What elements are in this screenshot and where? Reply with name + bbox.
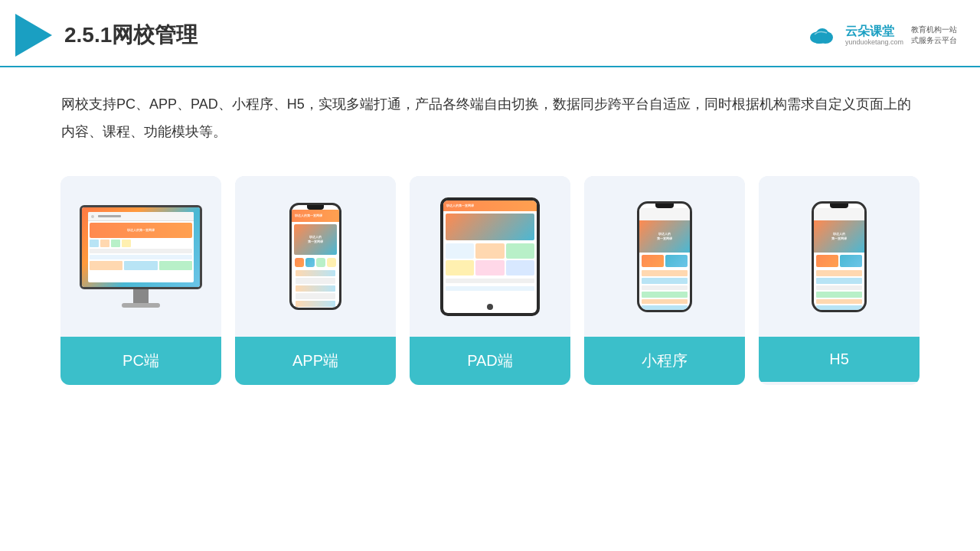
pad-tablet-icon: 职达人的第一堂网课: [440, 197, 540, 316]
header-left: 2.5.1网校管理: [15, 14, 198, 57]
page-title: 2.5.1网校管理: [64, 21, 198, 50]
app-phone-icon: 职达人的第一堂网课 职达人的第一堂网课: [289, 203, 341, 310]
card-miniprogram-image: 职达人的第一堂网课: [584, 176, 745, 337]
description-text: 网校支持PC、APP、PAD、小程序、H5，实现多端打通，产品各终端自由切换，数…: [0, 67, 980, 153]
card-miniprogram-label: 小程序: [584, 337, 745, 385]
card-pc-image: 职达人的第一堂网课: [60, 176, 221, 337]
pc-monitor-icon: 职达人的第一堂网课: [80, 205, 202, 308]
card-h5-label: H5: [759, 337, 920, 382]
card-pc: 职达人的第一堂网课: [60, 176, 221, 385]
card-miniprogram: 职达人的第一堂网课: [584, 176, 745, 385]
page-header: 2.5.1网校管理 云朵课堂 yunduoketang.com 教育机构一站 式…: [0, 0, 980, 67]
brand-text: 云朵课堂 yunduoketang.com: [845, 24, 903, 47]
card-pc-label: PC端: [60, 337, 221, 385]
cloud-logo-icon: [805, 24, 838, 47]
header-right: 云朵课堂 yunduoketang.com 教育机构一站 式服务云平台: [805, 24, 957, 47]
card-pad-label: PAD端: [410, 337, 570, 385]
h5-phone-icon: 职达人的第一堂网课: [812, 201, 867, 312]
card-app-image: 职达人的第一堂网课 职达人的第一堂网课: [235, 176, 396, 337]
card-app: 职达人的第一堂网课 职达人的第一堂网课: [235, 176, 396, 385]
brand-logo: [805, 24, 838, 47]
brand-url: yunduoketang.com: [845, 38, 903, 47]
card-h5: 职达人的第一堂网课: [759, 176, 920, 385]
brand-name: 云朵课堂: [845, 24, 894, 38]
miniprogram-phone-icon: 职达人的第一堂网课: [637, 201, 692, 312]
card-pad: 职达人的第一堂网课: [410, 176, 570, 385]
platform-cards: 职达人的第一堂网课: [0, 153, 980, 408]
card-app-label: APP端: [235, 337, 396, 385]
card-h5-image: 职达人的第一堂网课: [759, 176, 920, 337]
brand-slogan: 教育机构一站 式服务云平台: [911, 24, 957, 46]
logo-triangle-icon: [15, 14, 52, 57]
card-pad-image: 职达人的第一堂网课: [410, 176, 570, 337]
